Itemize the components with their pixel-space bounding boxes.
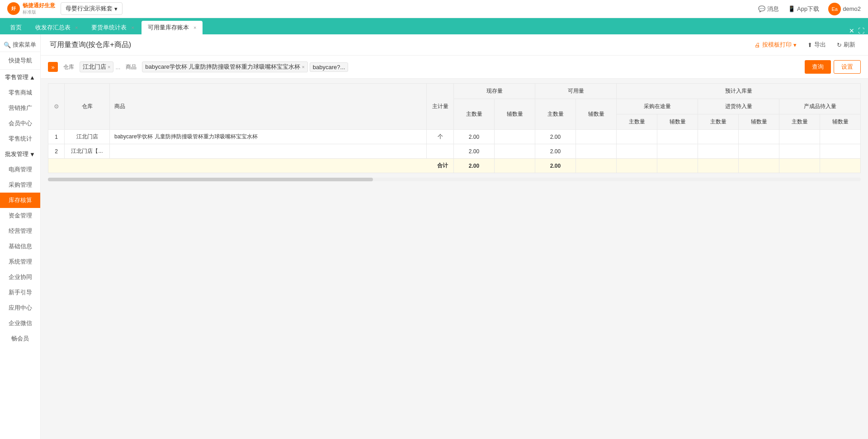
sidebar-app-center-label: 应用中心 <box>9 304 32 311</box>
sidebar-enterprise-label: 企业协同 <box>9 274 32 280</box>
top-bar: 好 畅捷通好生意 标准版 母婴行业演示账套 ▾ 💬 消息 📱 App下载 Ea … <box>0 0 868 18</box>
cell-purchase-aux <box>657 144 698 159</box>
sidebar-search[interactable]: 🔍 搜索菜单 <box>0 38 40 52</box>
product-tag2-label: babycare?... <box>313 64 345 71</box>
sidebar-item-wholesale-mgmt[interactable]: 批发管理 ▼ <box>0 146 40 162</box>
tab-receivable-label: 收发存汇总表 <box>35 24 71 32</box>
query-btn[interactable]: 查询 <box>805 60 831 74</box>
user-action[interactable]: Ea demo2 <box>828 3 861 15</box>
horizontal-scrollbar[interactable] <box>48 178 861 181</box>
sidebar-item-inventory[interactable]: 库存核算 <box>0 193 40 208</box>
sidebar-item-purchase[interactable]: 采购管理 <box>0 177 40 193</box>
nav-expand-btn[interactable]: ⛶ <box>858 27 864 34</box>
sidebar-inventory-label: 库存核算 <box>9 197 32 203</box>
sidebar-system-mgmt-label: 系统管理 <box>9 258 32 265</box>
th-product-aux: 辅数量 <box>820 114 861 130</box>
settings-icon[interactable]: ⚙ <box>54 103 59 110</box>
sidebar-item-members[interactable]: 会员中心 <box>0 116 40 131</box>
message-icon: 💬 <box>758 5 765 12</box>
sidebar-item-retail-mall[interactable]: 零售商城 <box>0 85 40 100</box>
account-selector[interactable]: 母婴行业演示账套 ▾ <box>61 2 123 15</box>
warehouse-tag-label: 江北门店 <box>83 63 106 71</box>
close-tab3-icon[interactable]: × <box>193 25 196 30</box>
sidebar-item-finance[interactable]: 资金管理 <box>0 208 40 223</box>
cell-purchase-main <box>617 130 657 144</box>
sidebar-item-retail-mgmt[interactable]: 零售管理 ▲ <box>0 70 40 85</box>
footer-i-aux <box>739 159 779 173</box>
tab-order-label: 要货单统计表 <box>91 24 127 32</box>
sidebar-item-app-center[interactable]: 应用中心 <box>0 300 40 316</box>
tab-home[interactable]: 首页 <box>4 21 28 34</box>
product-tag2[interactable]: babycare?... <box>310 62 349 72</box>
footer-label: 合计 <box>48 159 454 173</box>
warehouse-tags: 江北门店 × ... <box>80 61 120 72</box>
footer-avail-aux <box>576 159 617 173</box>
sidebar-item-wechat[interactable]: 企业微信 <box>0 316 40 331</box>
cell-incoming-main <box>698 144 739 159</box>
th-product: 商品 <box>110 84 427 130</box>
cell-product: babycare学饮杯 儿童防摔防撞吸管杯重力球吸嘴杯宝宝水杯 <box>110 130 427 144</box>
product-tag1-remove[interactable]: × <box>302 64 304 70</box>
sidebar-retail-mgmt-label: 零售管理 <box>5 73 28 81</box>
sidebar-retail-mall-label: 零售商城 <box>9 89 32 96</box>
message-label: 消息 <box>767 5 779 13</box>
page-title: 可用量查询(按仓库+商品) <box>50 40 131 50</box>
tab-available-inventory[interactable]: 可用量库存账本 × <box>142 21 203 34</box>
th-settings: ⚙ <box>48 84 65 130</box>
refresh-btn[interactable]: ↻ 刷新 <box>833 39 859 51</box>
filter-dots[interactable]: ... <box>115 64 120 71</box>
sidebar-quick-nav[interactable]: 快捷导航 <box>0 54 40 67</box>
warehouse-tag-remove[interactable]: × <box>108 64 110 70</box>
sidebar-ecommerce-label: 电商管理 <box>9 166 32 173</box>
cell-product-main <box>779 144 820 159</box>
scroll-thumb[interactable] <box>48 178 373 181</box>
warehouse-tag[interactable]: 江北门店 × <box>80 61 113 72</box>
cell-product-aux <box>820 130 861 144</box>
sidebar-item-newbie[interactable]: 新手引导 <box>0 285 40 300</box>
sidebar-item-system-mgmt[interactable]: 系统管理 <box>0 254 40 269</box>
sidebar-item-basic-info[interactable]: 基础信息 <box>0 239 40 254</box>
sidebar-marketing-label: 营销推广 <box>9 104 32 111</box>
cell-product <box>110 144 427 159</box>
sidebar-basic-info-label: 基础信息 <box>9 243 32 250</box>
expand-icon: » <box>51 64 54 71</box>
print-btn[interactable]: 🖨 按模板打印 ▾ <box>751 39 800 51</box>
app-icon: 📱 <box>788 5 795 12</box>
export-btn[interactable]: ⬆ 导出 <box>804 39 830 51</box>
sidebar-item-operations[interactable]: 经营管理 <box>0 223 40 239</box>
cell-stock-main: 2.00 <box>454 144 495 159</box>
search-icon: 🔍 <box>4 42 11 48</box>
message-action[interactable]: 💬 消息 <box>758 5 779 13</box>
footer-p-aux <box>657 159 698 173</box>
sidebar-item-ecommerce[interactable]: 电商管理 <box>0 162 40 177</box>
close-tab2-icon[interactable]: × <box>131 25 134 30</box>
th-stock-main: 主数量 <box>454 99 495 130</box>
table-footer-row: 合计 2.00 2.00 <box>48 159 861 173</box>
sidebar-item-retail-stats[interactable]: 零售统计 <box>0 131 40 146</box>
logo-icon: 好 <box>7 2 20 15</box>
chevron-down-icon2: ▾ <box>793 42 797 48</box>
sidebar-item-marketing[interactable]: 营销推广 <box>0 100 40 116</box>
page-actions: 🖨 按模板打印 ▾ ⬆ 导出 ↻ 刷新 <box>751 39 859 51</box>
cell-incoming-main <box>698 130 739 144</box>
th-stock-aux: 辅数量 <box>495 99 535 130</box>
app-download-action[interactable]: 📱 App下载 <box>788 5 819 13</box>
refresh-icon: ↻ <box>837 42 842 48</box>
filter-expand-btn[interactable]: » <box>48 62 58 72</box>
sidebar-newbie-label: 新手引导 <box>9 289 32 296</box>
sidebar-operations-label: 经营管理 <box>9 227 32 234</box>
print-label: 按模板打印 <box>762 41 792 49</box>
account-label: 母婴行业演示账套 <box>66 5 113 13</box>
tab-order-stats[interactable]: 要货单统计表 × <box>85 21 140 34</box>
th-forecast-group: 预计入库量 <box>617 84 861 99</box>
sidebar-item-member-pro[interactable]: 畅会员 <box>0 331 40 346</box>
tab-receivable-summary[interactable]: 收发存汇总表 × <box>29 21 84 34</box>
nav-close-btn[interactable]: ✕ <box>849 27 854 34</box>
top-bar-left: 好 畅捷通好生意 标准版 母婴行业演示账套 ▾ <box>7 2 123 15</box>
sidebar-item-enterprise[interactable]: 企业协同 <box>0 269 40 285</box>
product-tag1[interactable]: babycare学饮杯 儿童防摔防撞吸管杯重力球吸嘴杯宝宝水杯 × <box>142 61 308 72</box>
close-tab1-icon[interactable]: × <box>75 25 78 30</box>
logo-area: 好 畅捷通好生意 标准版 <box>7 2 55 15</box>
product-tags: babycare学饮杯 儿童防摔防撞吸管杯重力球吸嘴杯宝宝水杯 × babyca… <box>142 61 348 72</box>
settings-btn[interactable]: 设置 <box>834 60 861 74</box>
